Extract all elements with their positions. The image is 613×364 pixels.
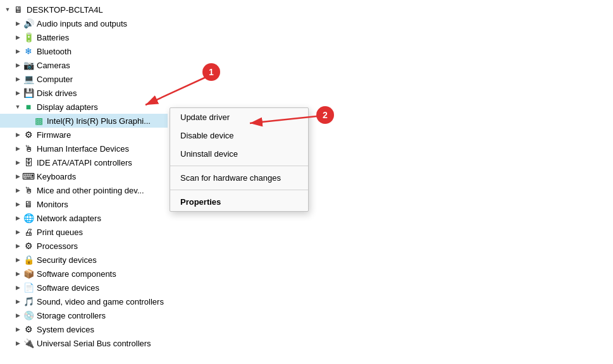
tree-item-print[interactable]: ▶ 🖨 Print queues xyxy=(0,225,177,239)
expand-print-icon: ▶ xyxy=(13,227,23,237)
network-icon: 🌐 xyxy=(23,212,34,224)
bluetooth-label: Bluetooth xyxy=(37,47,71,56)
device-manager: ▼ 🖥 DESKTOP-BCLTA4L ▶ 🔊 Audio inputs and… xyxy=(0,0,613,364)
tree-root[interactable]: ▼ 🖥 DESKTOP-BCLTA4L xyxy=(0,3,177,16)
cameras-label: Cameras xyxy=(37,61,70,70)
expand-mice-icon: ▶ xyxy=(13,185,23,195)
print-label: Print queues xyxy=(37,228,83,237)
tree-item-hid[interactable]: ▶ 🖱 Human Interface Devices xyxy=(0,142,177,155)
annotation-1: 1 xyxy=(202,63,220,81)
hid-label: Human Interface Devices xyxy=(37,144,129,154)
expand-root-icon: ▼ xyxy=(3,4,13,15)
expand-firmware-icon: ▶ xyxy=(13,130,23,140)
expand-network-icon: ▶ xyxy=(13,213,23,223)
tree-item-system[interactable]: ▶ ⚙ System devices xyxy=(0,322,177,336)
tree-item-security[interactable]: ▶ 🔒 Security devices xyxy=(0,253,177,267)
tree-item-softwarecomp[interactable]: ▶ 📦 Software components xyxy=(0,267,177,281)
context-menu-disable[interactable]: Disable device xyxy=(170,126,308,145)
audio-label: Audio inputs and outputs xyxy=(37,19,127,28)
mice-icon: 🖱 xyxy=(23,185,34,196)
security-icon: 🔒 xyxy=(23,254,34,265)
tree-item-diskdrives[interactable]: ▶ 💾 Disk drives xyxy=(0,86,177,100)
softwaredev-icon: 📄 xyxy=(23,282,34,293)
system-label: System devices xyxy=(37,325,94,334)
context-menu-properties[interactable]: Properties xyxy=(170,193,308,211)
hid-icon: 🖱 xyxy=(23,143,34,154)
tree-container: ▼ 🖥 DESKTOP-BCLTA4L ▶ 🔊 Audio inputs and… xyxy=(0,0,177,353)
context-menu-uninstall[interactable]: Uninstall device xyxy=(170,145,308,163)
expand-softwarecomp-icon: ▶ xyxy=(13,269,23,279)
tree-item-softwaredev[interactable]: ▶ 📄 Software devices xyxy=(0,281,177,294)
expand-computer-icon: ▶ xyxy=(13,74,23,84)
usb-icon: 🔌 xyxy=(23,337,34,349)
computer-label: Computer xyxy=(37,75,73,84)
audio-icon: 🔊 xyxy=(23,18,34,29)
expand-intel-icon xyxy=(23,116,33,126)
storage-icon: 💿 xyxy=(23,310,34,321)
bluetooth-icon: ❄ xyxy=(23,46,34,57)
diskdrives-label: Disk drives xyxy=(37,88,77,98)
tree-item-ide[interactable]: ▶ 🗄 IDE ATA/ATAPI controllers xyxy=(0,155,177,169)
intel-icon: ▩ xyxy=(33,115,44,126)
expand-sound-icon: ▶ xyxy=(13,296,23,306)
tree-item-bluetooth[interactable]: ▶ ❄ Bluetooth xyxy=(0,44,177,58)
tree-item-keyboards[interactable]: ▶ ⌨ Keyboards xyxy=(0,169,177,183)
expand-processors-icon: ▶ xyxy=(13,241,23,251)
storage-label: Storage controllers xyxy=(37,311,106,320)
displayadapters-label: Display adapters xyxy=(37,102,98,112)
processors-label: Processors xyxy=(37,241,78,251)
tree-item-intel[interactable]: ▩ Intel(R) Iris(R) Plus Graphi... xyxy=(0,114,168,128)
context-menu: Update driver Disable device Uninstall d… xyxy=(170,107,309,212)
batteries-icon: 🔋 xyxy=(23,32,34,43)
softwarecomp-icon: 📦 xyxy=(23,268,34,279)
network-label: Network adapters xyxy=(37,214,101,223)
tree-item-computer[interactable]: ▶ 💻 Computer xyxy=(0,72,177,86)
sound-icon: 🎵 xyxy=(23,296,34,307)
context-menu-divider2 xyxy=(170,190,308,190)
expand-security-icon: ▶ xyxy=(13,255,23,265)
expand-bluetooth-icon: ▶ xyxy=(13,46,23,56)
tree-item-processors[interactable]: ▶ ⚙ Processors xyxy=(0,239,177,253)
expand-keyboards-icon: ▶ xyxy=(13,171,23,181)
usb-label: Universal Serial Bus controllers xyxy=(37,339,151,348)
root-label: DESKTOP-BCLTA4L xyxy=(27,5,103,15)
expand-monitors-icon: ▶ xyxy=(13,199,23,209)
tree-item-storage[interactable]: ▶ 💿 Storage controllers xyxy=(0,308,177,322)
system-icon: ⚙ xyxy=(23,324,34,335)
print-icon: 🖨 xyxy=(23,226,34,238)
displayadapters-icon: ■ xyxy=(23,101,34,112)
firmware-icon: ⚙ xyxy=(23,129,34,140)
tree-item-usb[interactable]: ▶ 🔌 Universal Serial Bus controllers xyxy=(0,336,177,350)
tree-item-network[interactable]: ▶ 🌐 Network adapters xyxy=(0,211,177,225)
ide-icon: 🗄 xyxy=(23,157,34,168)
context-menu-update[interactable]: Update driver xyxy=(170,108,308,126)
batteries-label: Batteries xyxy=(37,33,69,42)
tree-item-audio[interactable]: ▶ 🔊 Audio inputs and outputs xyxy=(0,16,177,30)
tree-item-firmware[interactable]: ▶ ⚙ Firmware xyxy=(0,128,177,142)
tree-item-cameras[interactable]: ▶ 📷 Cameras xyxy=(0,58,177,72)
sound-label: Sound, video and game controllers xyxy=(37,297,164,306)
expand-softwaredev-icon: ▶ xyxy=(13,282,23,293)
intel-label: Intel(R) Iris(R) Plus Graphi... xyxy=(47,116,151,126)
firmware-label: Firmware xyxy=(37,130,71,140)
tree-item-monitors[interactable]: ▶ 🖥 Monitors xyxy=(0,197,177,211)
expand-audio-icon: ▶ xyxy=(13,18,23,28)
keyboards-icon: ⌨ xyxy=(23,171,34,182)
tree-item-sound[interactable]: ▶ 🎵 Sound, video and game controllers xyxy=(0,294,177,308)
tree-item-displayadapters[interactable]: ▼ ■ Display adapters xyxy=(0,100,177,114)
expand-usb-icon: ▶ xyxy=(13,338,23,348)
tree-item-batteries[interactable]: ▶ 🔋 Batteries xyxy=(0,30,177,44)
expand-batteries-icon: ▶ xyxy=(13,32,23,42)
tree-item-mice[interactable]: ▶ 🖱 Mice and other pointing dev... xyxy=(0,183,177,197)
expand-cameras-icon: ▶ xyxy=(13,60,23,70)
expand-system-icon: ▶ xyxy=(13,324,23,334)
softwarecomp-label: Software components xyxy=(37,269,116,279)
expand-display-icon: ▼ xyxy=(13,102,23,112)
context-menu-scan[interactable]: Scan for hardware changes xyxy=(170,169,308,187)
diskdrives-icon: 💾 xyxy=(23,87,34,99)
monitors-icon: 🖥 xyxy=(23,198,34,210)
softwaredev-label: Software devices xyxy=(37,283,99,293)
cameras-icon: 📷 xyxy=(23,59,34,71)
ide-label: IDE ATA/ATAPI controllers xyxy=(37,158,132,167)
context-menu-divider xyxy=(170,166,308,166)
